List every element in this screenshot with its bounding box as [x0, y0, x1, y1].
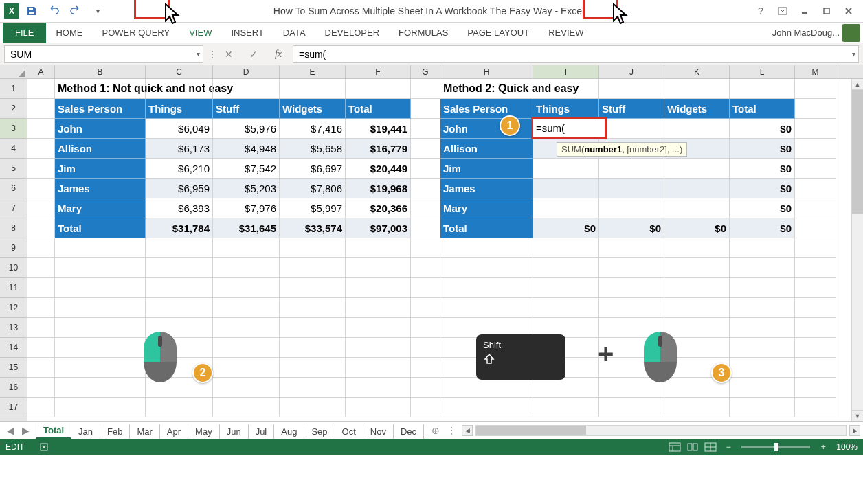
cell[interactable]: [27, 99, 55, 119]
minimize-button[interactable]: [794, 3, 815, 19]
cell[interactable]: [55, 358, 146, 378]
column-header[interactable]: M: [795, 65, 836, 78]
cell[interactable]: [795, 338, 836, 358]
cell[interactable]: [795, 79, 836, 99]
row-header[interactable]: 8: [0, 218, 27, 238]
cell[interactable]: [213, 238, 280, 258]
cell[interactable]: $31,645: [213, 218, 280, 238]
cell[interactable]: [27, 278, 55, 298]
cell[interactable]: $6,049: [146, 119, 213, 139]
cell[interactable]: Things: [146, 99, 213, 119]
zoom-in-button[interactable]: +: [814, 440, 832, 454]
row-header[interactable]: 17: [0, 398, 27, 417]
scroll-down-button[interactable]: ▼: [852, 410, 863, 421]
save-button[interactable]: [22, 2, 41, 20]
cell[interactable]: [280, 338, 346, 358]
cell[interactable]: Allison: [440, 139, 533, 159]
cell[interactable]: [411, 198, 440, 218]
cell[interactable]: [411, 79, 440, 99]
scroll-right-button[interactable]: ▶: [849, 425, 860, 436]
sheet-tab-mar[interactable]: Mar: [129, 424, 159, 439]
scroll-up-button[interactable]: ▲: [852, 79, 863, 90]
sheet-tab-total[interactable]: Total: [36, 423, 71, 439]
cell[interactable]: [346, 298, 411, 318]
redo-button[interactable]: [66, 2, 85, 20]
cell[interactable]: Jim: [440, 159, 533, 179]
accept-edit-button[interactable]: ✓: [243, 46, 264, 62]
cell[interactable]: [411, 119, 440, 139]
cell[interactable]: [795, 318, 836, 338]
row-header[interactable]: 10: [0, 258, 27, 278]
sheet-tab-jan[interactable]: Jan: [71, 424, 100, 439]
sheet-tab-nov[interactable]: Nov: [363, 424, 394, 439]
cell[interactable]: [533, 278, 599, 298]
cell[interactable]: [27, 318, 55, 338]
cell[interactable]: [440, 298, 533, 318]
cell[interactable]: Stuff: [599, 99, 664, 119]
cell[interactable]: [533, 198, 599, 218]
cell[interactable]: [795, 119, 836, 139]
column-header[interactable]: I: [533, 65, 599, 78]
cell[interactable]: [795, 159, 836, 179]
cell[interactable]: Total: [55, 218, 146, 238]
cell[interactable]: [27, 198, 55, 218]
file-tab[interactable]: FILE: [3, 23, 46, 43]
cell[interactable]: Mary: [440, 198, 533, 218]
cell[interactable]: $0: [730, 119, 795, 139]
cell[interactable]: $6,210: [146, 159, 213, 179]
cell[interactable]: [533, 398, 599, 417]
cell[interactable]: [55, 318, 146, 338]
cell[interactable]: [213, 278, 280, 298]
cell[interactable]: [730, 298, 795, 318]
cell[interactable]: [440, 258, 533, 278]
cell[interactable]: $5,203: [213, 179, 280, 198]
cell[interactable]: [795, 398, 836, 417]
cell[interactable]: [55, 298, 146, 318]
cell[interactable]: $20,449: [346, 159, 411, 179]
cell[interactable]: [664, 119, 730, 139]
cell[interactable]: [27, 139, 55, 159]
cell[interactable]: [664, 238, 730, 258]
column-header[interactable]: L: [730, 65, 795, 78]
cell[interactable]: [27, 159, 55, 179]
cell[interactable]: [213, 318, 280, 338]
cell[interactable]: Sales Person: [55, 99, 146, 119]
cell[interactable]: [440, 378, 533, 398]
active-editing-cell[interactable]: =sum(: [531, 117, 607, 139]
cell[interactable]: Widgets: [280, 99, 346, 119]
ribbon-tab-page-layout[interactable]: PAGE LAYOUT: [458, 23, 539, 43]
cell[interactable]: [146, 298, 213, 318]
column-header[interactable]: J: [599, 65, 664, 78]
cell[interactable]: [411, 179, 440, 198]
user-name[interactable]: John MacDoug...: [772, 27, 842, 38]
cell[interactable]: [664, 278, 730, 298]
insert-function-button[interactable]: fx: [268, 46, 289, 62]
ribbon-tab-developer[interactable]: DEVELOPER: [315, 23, 389, 43]
row-header[interactable]: 14: [0, 338, 27, 358]
row-header[interactable]: 9: [0, 238, 27, 258]
ribbon-tab-formulas[interactable]: FORMULAS: [389, 23, 458, 43]
cell[interactable]: [411, 218, 440, 238]
normal-view-button[interactable]: [666, 440, 684, 454]
cell[interactable]: [599, 159, 664, 179]
cell[interactable]: Jim: [55, 159, 146, 179]
cell[interactable]: [730, 398, 795, 417]
cell[interactable]: [730, 79, 795, 99]
column-header[interactable]: G: [411, 65, 440, 78]
select-all-corner[interactable]: [0, 65, 27, 78]
cell[interactable]: [795, 198, 836, 218]
macro-record-button[interactable]: [35, 440, 53, 454]
cell[interactable]: [55, 378, 146, 398]
cell[interactable]: [27, 258, 55, 278]
column-header[interactable]: K: [664, 65, 730, 78]
row-header[interactable]: 5: [0, 159, 27, 179]
cell[interactable]: [146, 398, 213, 417]
cell[interactable]: [27, 119, 55, 139]
cell[interactable]: [411, 139, 440, 159]
cell[interactable]: [730, 258, 795, 278]
name-box[interactable]: SUM ▾: [4, 45, 203, 63]
ribbon-tab-insert[interactable]: INSERT: [221, 23, 273, 43]
cell[interactable]: [280, 398, 346, 417]
sheet-tab-aug[interactable]: Aug: [273, 424, 304, 439]
close-button[interactable]: [838, 3, 859, 19]
